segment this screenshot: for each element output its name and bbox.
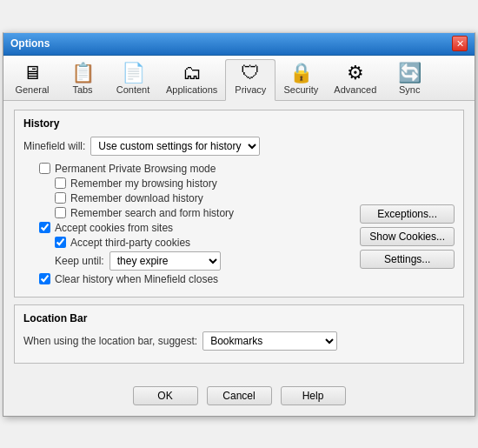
permanent-private-row: Permanent Private Browsing mode xyxy=(39,163,353,175)
right-buttons-area: Exceptions... Show Cookies... Settings..… xyxy=(360,163,455,269)
tab-applications-label: Applications xyxy=(166,84,217,95)
applications-icon: 🗂 xyxy=(183,64,202,83)
accept-third-party-row: Accept third-party cookies xyxy=(55,237,353,249)
show-cookies-button[interactable]: Show Cookies... xyxy=(360,227,455,246)
tab-content[interactable]: 📄 Content xyxy=(108,59,158,100)
remember-browsing-row: Remember my browsing history xyxy=(55,177,353,190)
options-window: Options ✕ 🖥 General 📋 Tabs 📄 Content 🗂 A… xyxy=(3,32,475,417)
tab-privacy[interactable]: 🛡 Privacy xyxy=(225,59,276,101)
keep-until-dropdown[interactable]: they expire I close Firefox ask me every… xyxy=(110,251,221,271)
tab-advanced-label: Advanced xyxy=(334,84,376,95)
accept-cookies-checkbox[interactable] xyxy=(39,222,50,233)
permanent-private-label: Permanent Private Browsing mode xyxy=(55,163,216,175)
location-bar-dropdown[interactable]: Bookmarks History Bookmarks and History … xyxy=(202,331,337,351)
remember-download-label: Remember download history xyxy=(70,192,203,204)
window-title: Options xyxy=(10,37,50,50)
accept-third-party-checkbox[interactable] xyxy=(55,237,66,248)
ok-button[interactable]: OK xyxy=(133,386,198,405)
content-icon: 📄 xyxy=(122,64,145,83)
clear-history-label: Clear history when Minefield closes xyxy=(55,273,218,285)
location-bar-title: Location Bar xyxy=(23,312,455,324)
tab-advanced[interactable]: ⚙ Advanced xyxy=(326,59,384,100)
content-area: History Minefield will: Remember history… xyxy=(3,101,475,379)
tab-sync-label: Sync xyxy=(399,84,420,95)
history-title: History xyxy=(23,117,455,130)
tab-tabs[interactable]: 📋 Tabs xyxy=(57,59,108,100)
location-bar-section: Location Bar When using the location bar… xyxy=(14,304,464,364)
cancel-button[interactable]: Cancel xyxy=(207,386,272,405)
keep-until-label: Keep until: xyxy=(55,255,104,267)
general-icon: 🖥 xyxy=(23,64,42,83)
exceptions-button[interactable]: Exceptions... xyxy=(360,204,455,224)
remember-browsing-label: Remember my browsing history xyxy=(70,177,217,190)
titlebar: Options ✕ xyxy=(3,33,475,56)
keep-until-row: Keep until: they expire I close Firefox … xyxy=(55,251,353,271)
privacy-icon: 🛡 xyxy=(241,64,260,83)
tab-privacy-label: Privacy xyxy=(235,84,266,95)
remember-search-row: Remember search and form history xyxy=(55,207,353,219)
accept-third-party-label: Accept third-party cookies xyxy=(70,237,190,249)
remember-search-checkbox[interactable] xyxy=(55,207,66,218)
minefield-label: Minefield will: xyxy=(23,140,85,152)
sync-icon: 🔄 xyxy=(398,64,422,83)
advanced-icon: ⚙ xyxy=(347,64,364,83)
close-button[interactable]: ✕ xyxy=(452,36,468,51)
remember-download-row: Remember download history xyxy=(55,192,353,204)
history-section: History Minefield will: Remember history… xyxy=(14,110,464,298)
checkboxes-area: Permanent Private Browsing mode Remember… xyxy=(23,163,353,288)
tab-content-label: Content xyxy=(116,84,150,95)
tab-general-label: General xyxy=(15,84,49,95)
permanent-private-checkbox[interactable] xyxy=(39,163,50,174)
location-row: When using the location bar, suggest: Bo… xyxy=(23,331,455,351)
location-bar-label: When using the location bar, suggest: xyxy=(23,335,197,347)
tab-applications[interactable]: 🗂 Applications xyxy=(158,59,225,100)
tab-general[interactable]: 🖥 General xyxy=(7,59,57,100)
security-icon: 🔒 xyxy=(289,64,313,83)
remember-browsing-checkbox[interactable] xyxy=(55,177,66,189)
remember-download-checkbox[interactable] xyxy=(55,192,66,204)
minefield-row: Minefield will: Remember history Never r… xyxy=(23,137,455,156)
tab-sync[interactable]: 🔄 Sync xyxy=(384,59,435,100)
help-button[interactable]: Help xyxy=(281,386,346,405)
history-dropdown[interactable]: Remember history Never remember history … xyxy=(90,137,260,156)
settings-button[interactable]: Settings... xyxy=(360,250,455,269)
tab-tabs-label: Tabs xyxy=(72,84,92,95)
accept-cookies-row: Accept cookies from sites xyxy=(39,222,353,234)
footer: OK Cancel Help xyxy=(3,379,475,416)
clear-history-row: Clear history when Minefield closes xyxy=(39,273,353,285)
tab-security-label: Security xyxy=(283,84,318,95)
toolbar: 🖥 General 📋 Tabs 📄 Content 🗂 Application… xyxy=(3,56,475,101)
remember-search-label: Remember search and form history xyxy=(70,207,234,219)
clear-history-checkbox[interactable] xyxy=(39,273,50,284)
tabs-icon: 📋 xyxy=(71,64,95,83)
tab-security[interactable]: 🔒 Security xyxy=(276,59,326,100)
accept-cookies-label: Accept cookies from sites xyxy=(55,222,173,234)
